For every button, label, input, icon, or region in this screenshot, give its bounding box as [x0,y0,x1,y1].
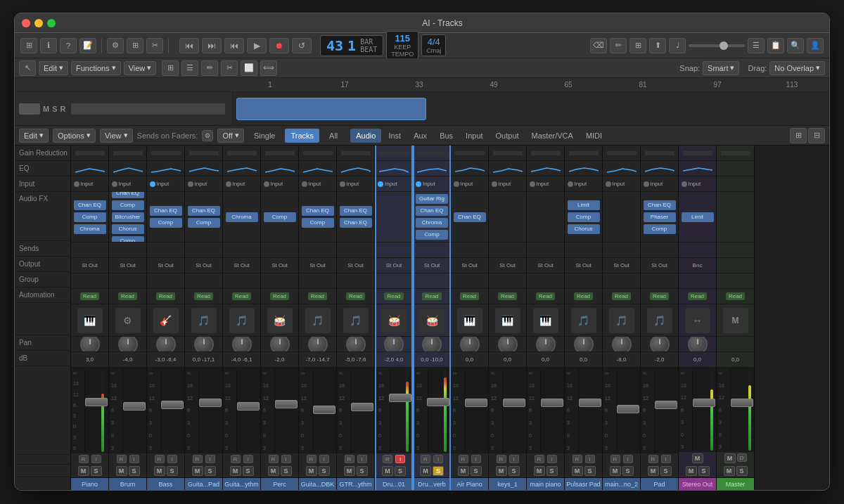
drag-menu[interactable]: No Overlap ▾ [769,61,825,75]
insert-comp-gpad[interactable]: Comp [188,218,220,228]
pen-icon[interactable]: ✏ [610,38,627,53]
mute-button-bass[interactable]: M [154,466,165,476]
narrow-view-btn[interactable]: ⊞ [790,128,807,143]
channel-name-gdbk[interactable]: Guita...DBK [299,477,336,490]
tab-aux[interactable]: Aux [408,129,433,143]
pan-knob-drumverb[interactable] [422,337,442,352]
eq-brum[interactable] [109,161,146,176]
pan-knob[interactable] [80,337,100,352]
eq-piano[interactable] [71,161,108,176]
snap-menu[interactable]: Smart ▾ [703,61,739,75]
pan-knob-pad[interactable] [650,337,670,352]
input-piano[interactable]: Input [71,176,108,192]
track-content[interactable] [233,92,829,125]
channel-name-stereoout[interactable]: Stereo Out [679,477,716,490]
pan-knob-stereo[interactable] [688,337,708,352]
auto-piano[interactable]: Read [71,289,108,304]
info-icon[interactable]: ℹ [40,38,57,53]
fader-handle-master[interactable] [731,399,753,407]
maximize-button[interactable] [47,19,56,27]
pencil-btn[interactable]: ✏ [201,60,218,76]
rewind-button[interactable]: ⏮ [179,38,199,53]
channel-name-piano[interactable]: Piano [71,477,108,490]
l-button[interactable]: I [91,455,101,463]
smart-help-icon[interactable]: 📋 [767,38,784,53]
flex-btn[interactable]: ⟺ [260,60,277,76]
l-button-bass[interactable]: I [167,455,177,463]
channel-name-gtrrhy[interactable]: GTR...ythm [337,477,374,490]
insert-comp[interactable]: Comp [74,212,106,222]
cycle-button[interactable]: ↺ [292,38,312,53]
list-view-icon[interactable]: ☰ [748,38,765,53]
channel-name-pad[interactable]: Pad [641,477,678,490]
tab-bus[interactable]: Bus [434,129,459,143]
help-icon[interactable]: ? [60,38,77,53]
fader-handle[interactable] [85,398,108,406]
channel-name-mainpiano[interactable]: main piano [527,477,564,490]
tab-input[interactable]: Input [460,129,488,143]
pan-knob-grhy[interactable] [232,337,252,352]
pan-knob-mainpiano[interactable] [536,337,556,352]
insert-comp-brum[interactable]: Comp [112,200,144,210]
edit-menu[interactable]: Edit ▾ [39,61,68,75]
record-arm-btn[interactable]: R [60,105,66,113]
input-brum[interactable]: Input [109,176,146,192]
fader-handle-stereo[interactable] [693,399,715,407]
auto-gpad[interactable]: Read [185,289,222,304]
mute-btn[interactable]: M [43,105,49,113]
pan-brum[interactable] [109,337,146,352]
insert-chorus[interactable]: Chorus [112,224,144,234]
play-button[interactable]: ▶ [247,38,267,53]
mixer-icon[interactable]: ⊞ [20,38,37,53]
pan-bass[interactable] [147,337,184,352]
pan-knob-gpad[interactable] [194,337,214,352]
bounce-icon[interactable]: ⬆ [649,38,666,53]
tab-tracks[interactable]: Tracks [285,129,319,143]
grid-icon[interactable]: ⊞ [629,38,646,53]
fader-channel[interactable] [85,369,107,452]
r-button[interactable]: R [79,455,89,463]
fader-handle-brum[interactable] [123,402,146,411]
r-button-bass[interactable]: R [155,455,165,463]
r-button-brum[interactable]: R [117,455,127,463]
channel-name-master[interactable]: Master [717,477,754,490]
tab-all[interactable]: All [324,129,343,143]
pan-gpad[interactable] [185,337,222,352]
pan-knob-mainno2[interactable] [612,337,632,352]
mixer-view-menu[interactable]: View ▾ [100,129,133,143]
settings-icon[interactable]: ⚙ [107,38,124,53]
solo-btn-drumverb[interactable]: S [433,466,444,476]
insert-chaneq-bass[interactable]: Chan EQ [150,206,182,216]
tab-single[interactable]: Single [248,129,281,143]
pan-knob-perc[interactable] [270,337,290,352]
mute-button[interactable]: M [78,466,89,476]
mute-button-brum[interactable]: M [116,466,127,476]
channel-name-airpiano[interactable]: Air Piano [451,477,488,490]
channel-name-drum01[interactable]: Dru...01 [376,477,411,490]
insert-chroma[interactable]: Chroma [74,224,106,234]
d-button-master[interactable]: D [737,453,747,462]
insert-chaneq[interactable]: Chan EQ [74,200,106,210]
pointer-tool[interactable]: ↖ [19,60,36,76]
eq-bass[interactable] [147,161,184,176]
pan-knob-drum01[interactable] [384,337,404,352]
insert-chaneq-brum[interactable]: Chan EQ [112,192,144,198]
auto-bass[interactable]: Read [147,289,184,304]
pan-knob-bass[interactable] [156,337,176,352]
eq-gpad[interactable] [185,161,222,176]
marquee-btn[interactable]: ⬜ [241,60,257,76]
channel-name-drumverb[interactable]: Dru...verb [414,477,449,490]
pan-knob-brum[interactable] [118,337,138,352]
channel-name-brum[interactable]: Brum [109,477,146,490]
l-button-brum[interactable]: I [129,455,139,463]
m-btn-gpad[interactable]: M [192,466,203,476]
solo-button-brum[interactable]: S [129,466,140,476]
pan-piano[interactable] [71,337,108,352]
fader-handle-drumverb[interactable] [427,398,449,406]
channel-name-perc[interactable]: Perc [261,477,298,490]
auto-brum[interactable]: Read [109,289,146,304]
output-gpad[interactable]: St Out [185,258,222,273]
fader-handle-bass[interactable] [161,401,184,409]
output-brum[interactable]: St Out [109,258,146,273]
pan-knob-pulsasr[interactable] [574,337,594,352]
